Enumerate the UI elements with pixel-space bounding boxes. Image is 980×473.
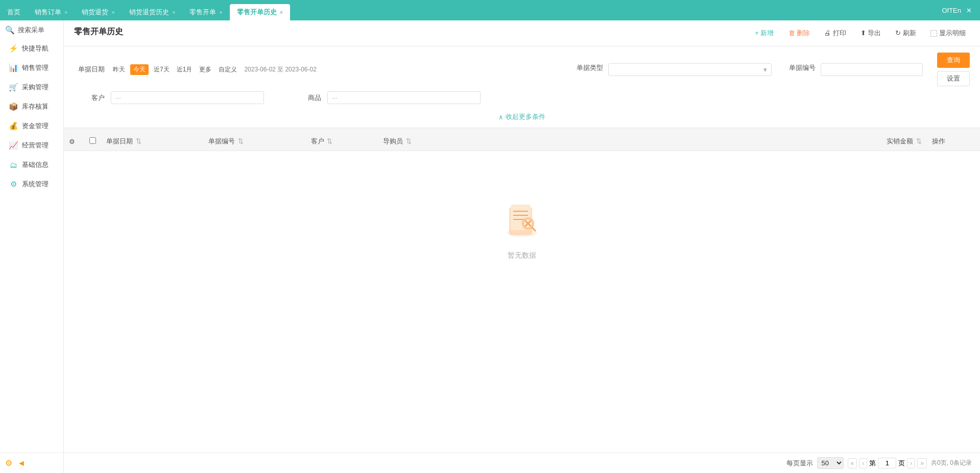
filter-area: 单据日期 昨天 今天 近7天 近1月 更多 自定义 2023-06-02 至 2… [64,46,980,128]
date-shortcut-1month[interactable]: 近1月 [175,64,195,75]
th-customer[interactable]: 客户 ⇅ [306,132,378,151]
sidebar-item-quick-nav[interactable]: ⚡快捷导航 [0,39,63,58]
tab-close-sales-order[interactable]: × [64,9,67,15]
page-header: 零售开单历史 + 新增 🗑 删除 🖨 打印 ⬆ 导出 ↻ 刷新 显示明细 [64,20,980,46]
add-button[interactable]: + 新增 [751,27,778,40]
sidebar-item-sales-mgmt[interactable]: 📊销售管理 [0,58,63,78]
date-shortcut-custom[interactable]: 自定义 [217,64,239,75]
sidebar-item-operation[interactable]: 📈经营管理 [0,136,63,155]
table-header-row: ⚙ 单据日期 ⇅ 单据编号 ⇅ 客户 ⇅ 导购员 ⇅ 实销金额 ⇅ 操作 [64,132,980,151]
content-area: 零售开单历史 + 新增 🗑 删除 🖨 打印 ⬆ 导出 ↻ 刷新 显示明细 单据日… [64,20,980,473]
sidebar-item-purchase-mgmt[interactable]: 🛒采购管理 [0,78,63,97]
sidebar-label-purchase-mgmt: 采购管理 [22,83,49,92]
sidebar-label-inventory: 库存核算 [22,102,49,111]
amount-sort-icon: ⇅ [916,137,922,145]
type-filter-select[interactable]: ▾ [608,63,772,76]
th-settings[interactable]: ⚙ [64,132,84,151]
tab-close-retail-open[interactable]: × [219,9,222,15]
sidebar-item-inventory[interactable]: 📦库存核算 [0,97,63,116]
page-title: 零售开单历史 [74,27,123,43]
date-shortcut-yesterday[interactable]: 昨天 [111,64,127,75]
sidebar-icon-finance: 💰 [9,121,18,131]
display-cols-button[interactable]: 显示明细 [926,27,970,40]
goods-filter-select[interactable]: ··· [327,91,481,104]
customer-dots[interactable]: ··· [115,94,121,102]
date-filter-label: 单据日期 [74,65,105,74]
sidebar-item-system[interactable]: ⚙系统管理 [0,175,63,194]
customer-filter-select[interactable]: ··· [111,91,264,104]
date-sort-icon: ⇅ [136,137,141,145]
data-table: ⚙ 单据日期 ⇅ 单据编号 ⇅ 客户 ⇅ 导购员 ⇅ 实销金额 ⇅ 操作 [64,132,980,151]
tab-close-sales-return-history[interactable]: × [172,9,175,15]
sidebar-icon-sales-mgmt: 📊 [9,63,18,72]
page-prev-btn[interactable]: ‹ [859,458,867,468]
collapse-label: 收起更多条件 [506,112,545,121]
sidebar: 🔍 搜索采单 ⚡快捷导航📊销售管理🛒采购管理📦库存核算💰资金管理📈经营管理🗂基础… [0,20,64,473]
empty-state: 暂无数据 [64,151,980,301]
tab-close-sales-return[interactable]: × [111,9,114,15]
page-number-input[interactable] [878,458,896,468]
sidebar-label-quick-nav: 快捷导航 [22,44,49,53]
tab-sales-order[interactable]: 销售订单× [28,4,75,20]
query-button[interactable]: 查询 [937,53,970,68]
window-close-icon[interactable]: ✕ [966,7,972,14]
page-unit: 页 [898,459,905,468]
sidebar-settings-icon[interactable]: ⚙ [5,458,12,468]
toolbar: + 新增 🗑 删除 🖨 打印 ⬆ 导出 ↻ 刷新 显示明细 [751,27,970,46]
sidebar-label-system: 系统管理 [22,180,49,189]
table-container: ⚙ 单据日期 ⇅ 单据编号 ⇅ 客户 ⇅ 导购员 ⇅ 实销金额 ⇅ 操作 [64,132,980,453]
th-guide[interactable]: 导购员 ⇅ [378,132,465,151]
th-action: 操作 [927,132,980,151]
th-checkbox[interactable] [84,132,101,151]
display-checkbox [930,30,937,37]
guide-sort-icon: ⇅ [406,137,412,145]
type-filter-label: 单据类型 [572,63,603,72]
sidebar-icon-basic-info: 🗂 [9,161,18,169]
date-shortcut-more[interactable]: 更多 [197,64,213,75]
date-shortcut-7days[interactable]: 近7天 [152,64,172,75]
sidebar-item-finance[interactable]: 💰资金管理 [0,116,63,136]
settings-button[interactable]: 设置 [937,71,970,86]
delete-button[interactable]: 🗑 删除 [784,27,815,40]
tab-sales-return[interactable]: 销货退货× [75,4,122,20]
th-date[interactable]: 单据日期 ⇅ [101,132,203,151]
sidebar-bottom: ⚙ ◄ [0,453,63,473]
print-button[interactable]: 🖨 打印 [820,27,850,40]
sidebar-search[interactable]: 🔍 搜索采单 [0,20,63,39]
query-set-group: 查询 设置 [937,53,970,86]
th-amount[interactable]: 实销金额 ⇅ [465,132,927,151]
tab-sales-return-history[interactable]: 销货退货历史× [122,4,182,20]
sidebar-collapse-icon[interactable]: ◄ [17,459,26,468]
page-last-btn[interactable]: » [917,458,927,468]
select-all-checkbox[interactable] [89,137,96,144]
tab-list: 首页销售订单×销货退货×销货退货历史×零售开单×零售开单历史× [0,0,942,20]
page-word: 第 [869,459,876,468]
sidebar-item-basic-info[interactable]: 🗂基础信息 [0,155,63,175]
goods-dots[interactable]: ··· [332,94,338,102]
date-shortcut-today[interactable]: 今天 [130,64,149,75]
th-order-no[interactable]: 单据编号 ⇅ [203,132,305,151]
sidebar-icon-purchase-mgmt: 🛒 [9,83,18,92]
tab-home[interactable]: 首页 [0,4,28,20]
sidebar-icon-operation: 📈 [9,141,18,150]
collapse-bar[interactable]: ∧ 收起更多条件 [74,109,970,121]
top-bar-right: OfTEn ✕ [942,7,980,14]
page-first-btn[interactable]: « [848,458,857,468]
page-size-select[interactable]: 50 10 20 100 [817,457,844,469]
export-button[interactable]: ⬆ 导出 [856,27,886,40]
pagination-bar: 每页显示 50 10 20 100 « ‹ 第 页 › » 共0页, 0条记录 [64,453,980,473]
tab-retail-open-history[interactable]: 零售开单历史× [230,4,290,20]
order-no-input[interactable] [821,63,923,76]
order-no-label: 单据编号 [785,63,816,72]
tab-retail-open[interactable]: 零售开单× [182,4,229,20]
sidebar-label-sales-mgmt: 销售管理 [22,63,49,72]
refresh-button[interactable]: ↻ 刷新 [891,27,920,40]
tab-close-retail-open-history[interactable]: × [280,9,283,15]
page-next-btn[interactable]: › [907,458,915,468]
page-total-text: 共0页, 0条记录 [931,459,972,467]
sidebar-icon-inventory: 📦 [9,102,18,111]
top-bar: 首页销售订单×销货退货×销货退货历史×零售开单×零售开单历史× OfTEn ✕ [0,0,980,20]
brand-label: OfTEn [942,7,961,14]
sidebar-label-operation: 经营管理 [22,141,49,150]
sidebar-label-finance: 资金管理 [22,121,49,131]
